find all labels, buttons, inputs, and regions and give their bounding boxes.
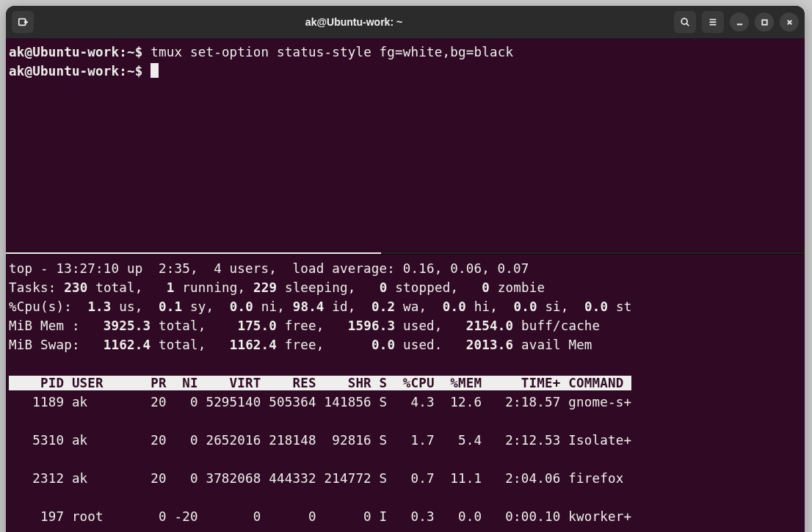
terminal-window: ak@Ubuntu-work: ~ ak@Ubuntu-work:~$ tmux…: [6, 6, 805, 532]
cursor: [151, 63, 159, 78]
window-title: ak@Ubuntu-work: ~: [38, 16, 670, 28]
maximize-button[interactable]: [755, 12, 774, 32]
close-button[interactable]: [780, 12, 799, 32]
top-summary: top - 13:27:10 up 2:35, 4 users, load av…: [9, 261, 529, 276]
lower-pane[interactable]: top - 13:27:10 up 2:35, 4 users, load av…: [6, 254, 805, 532]
new-tab-button[interactable]: [12, 11, 34, 33]
shell-prompt: ak@Ubuntu-work:~$: [9, 64, 143, 79]
titlebar: ak@Ubuntu-work: ~: [6, 6, 805, 38]
minimize-button[interactable]: [730, 12, 749, 32]
menu-button[interactable]: [702, 11, 724, 33]
top-columns-header: PID USER PR NI VIRT RES SHR S %CPU %MEM …: [9, 376, 631, 390]
table-row: 197 root 0 -20 0 0 0 I 0.3 0.0 0:00.10 k…: [9, 507, 802, 526]
last-command: tmux set-option status-style fg=white,bg…: [151, 45, 513, 59]
top-tasks-line: Tasks: 230 total, 1 running, 229 sleepin…: [9, 280, 545, 295]
svg-point-3: [681, 18, 687, 24]
svg-rect-9: [762, 20, 766, 24]
upper-pane[interactable]: ak@Ubuntu-work:~$ tmux set-option status…: [6, 38, 805, 252]
top-swap-line: MiB Swap: 1162.4 total, 1162.4 free, 0.0…: [9, 338, 592, 352]
top-mem-line: MiB Mem : 3925.3 total, 175.0 free, 1596…: [9, 318, 600, 333]
table-row: 1189 ak 20 0 5295140 505364 141856 S 4.3…: [9, 393, 802, 412]
table-row: 2312 ak 20 0 3782068 444332 214772 S 0.7…: [9, 469, 802, 488]
search-button[interactable]: [674, 11, 696, 33]
shell-prompt: ak@Ubuntu-work:~$: [9, 45, 143, 59]
svg-line-4: [686, 23, 689, 26]
top-cpu-line: %Cpu(s): 1.3 us, 0.1 sy, 0.0 ni, 98.4 id…: [9, 299, 632, 314]
table-row: 5310 ak 20 0 2652016 218148 92816 S 1.7 …: [9, 431, 802, 450]
